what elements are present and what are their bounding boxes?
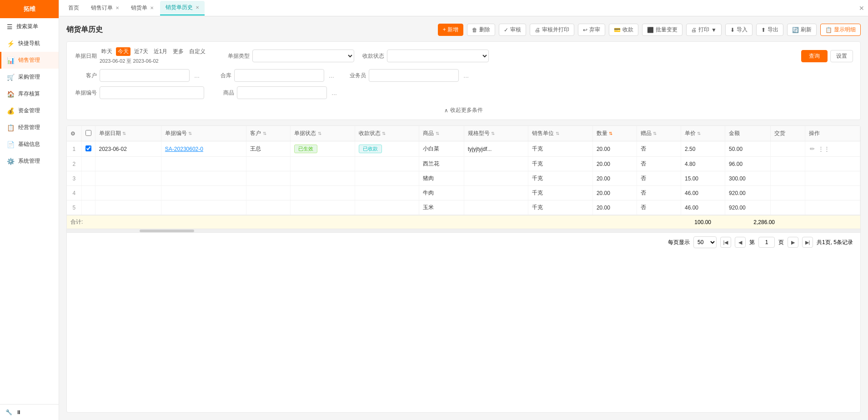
collect-status-select[interactable] [387, 50, 489, 62]
sidebar-item-search-menu[interactable]: ☰ 搜索菜单 [0, 18, 59, 35]
horizontal-scrollbar[interactable] [67, 229, 860, 232]
per-page-select[interactable]: 50 100 200 [693, 236, 717, 248]
tab-sales-history-close[interactable]: ✕ [196, 5, 199, 10]
doc-num-link[interactable]: SA-20230602-0 [165, 146, 203, 152]
delete-button[interactable]: 🗑 删除 [467, 24, 495, 36]
goods-more-btn[interactable]: ... [330, 89, 339, 96]
tab-sales-goods-close[interactable]: ✕ [150, 5, 154, 10]
cell-unit: 千克 [528, 186, 593, 200]
sort-goods-icon[interactable]: ⇅ [436, 131, 439, 136]
sales-rep-more-btn[interactable]: ... [462, 72, 471, 79]
tab-sales-goods[interactable]: 销货单 ✕ [125, 1, 159, 15]
select-all-checkbox[interactable] [85, 130, 91, 136]
sort-doc-num-icon[interactable]: ⇅ [188, 131, 192, 136]
tab-sales-order[interactable]: 销售订单 ✕ [85, 1, 125, 15]
sidebar-item-quick-nav[interactable]: ⚡ 快捷导航 [0, 35, 59, 52]
new-button[interactable]: + 新增 [438, 24, 463, 36]
first-page-button[interactable]: |◀ [720, 237, 731, 248]
show-detail-button[interactable]: 📋 显示明细 [820, 24, 861, 36]
sort-qty-icon[interactable]: ⇅ [609, 131, 612, 136]
abandon-button[interactable]: ↩ 弃审 [578, 24, 605, 36]
sort-customer-icon[interactable]: ⇅ [263, 131, 266, 136]
sidebar-item-ops-mgmt[interactable]: 📋 经营管理 [0, 119, 59, 136]
date-yesterday[interactable]: 昨天 [100, 47, 114, 56]
warehouse-more-btn[interactable]: ... [327, 72, 336, 79]
filter-row-1: 单据日期 昨天 今天 近7天 近1月 更多 自定义 2023-06-02 至 2… [74, 47, 853, 65]
collect-button[interactable]: 💳 收款 [609, 24, 638, 36]
date-7days[interactable]: 近7天 [132, 47, 150, 56]
next-page-button[interactable]: ▶ [788, 237, 798, 248]
date-1month[interactable]: 近1月 [152, 47, 170, 56]
table-row[interactable]: 5 玉米 千克 20.00 否 46.00 920.00 [67, 200, 860, 215]
sidebar-item-basic-info[interactable]: 📄 基础信息 [0, 136, 59, 153]
collect-status-badge: 已收款 [359, 145, 382, 153]
doc-status-badge: 已生效 [294, 145, 317, 153]
last-page-button[interactable]: ▶| [802, 237, 813, 248]
detail-icon: 📋 [825, 27, 832, 33]
prev-page-button[interactable]: ◀ [735, 237, 746, 248]
warehouse-input[interactable] [234, 69, 324, 82]
sort-spec-icon[interactable]: ⇅ [491, 131, 495, 136]
cell-row-num: 4 [67, 186, 81, 200]
batch-change-button[interactable]: ⬛ 批量变更 [642, 24, 682, 36]
sidebar-item-fund-mgmt[interactable]: 💰 资金管理 [0, 102, 59, 119]
cell-goods: 西兰花 [419, 157, 464, 171]
collect-status-label: 收款状态 [361, 52, 384, 60]
print-button[interactable]: 🖨 打印 ▼ [686, 24, 722, 36]
date-today[interactable]: 今天 [116, 47, 130, 56]
sort-collect-status-icon[interactable]: ⇅ [382, 131, 386, 136]
sidebar-item-sys-mgmt[interactable]: ⚙️ 系统管理 [0, 153, 59, 170]
page-num-input[interactable] [758, 237, 775, 248]
sort-doc-date-icon[interactable]: ⇅ [122, 131, 126, 136]
sales-rep-input[interactable] [369, 69, 459, 82]
table-row[interactable]: 3 猪肉 千克 20.00 否 15.00 300.00 [67, 171, 860, 186]
goods-input[interactable] [237, 86, 327, 99]
refresh-button[interactable]: 🔄 刷新 [787, 24, 817, 36]
tab-sales-history[interactable]: 销货单历史 ✕ [160, 1, 205, 15]
table-row[interactable]: 1 2023-06-02 SA-20230602-0 王总 已生效 已收款 小白… [67, 141, 860, 157]
row-checkbox[interactable] [85, 145, 91, 151]
doc-num-input[interactable] [100, 86, 204, 99]
audit-print-button[interactable]: 🖨 审核并打印 [530, 24, 574, 36]
settings-button[interactable]: 设置 [830, 50, 853, 62]
cell-doc-status: 已生效 [291, 141, 355, 157]
audit-button[interactable]: ✓ 审核 [499, 24, 526, 36]
sort-price-icon[interactable]: ⇅ [697, 131, 701, 136]
th-settings[interactable]: ⚙ [67, 126, 81, 141]
customer-input[interactable] [100, 69, 190, 82]
tab-sales-order-close[interactable]: ✕ [115, 5, 119, 10]
query-button[interactable]: 查询 [801, 50, 828, 62]
tab-home[interactable]: 首页 [63, 1, 85, 15]
more-action-icon[interactable]: ⋮⋮ [817, 145, 831, 153]
sidebar-item-inventory-calc[interactable]: 🏠 库存核算 [0, 85, 59, 102]
scrollbar-thumb[interactable] [140, 230, 194, 232]
user-icon: 🔧 [5, 409, 12, 415]
tab-bar-close-all[interactable]: ✕ [859, 5, 864, 12]
collect-icon: 💳 [614, 27, 621, 33]
date-custom[interactable]: 自定义 [187, 47, 207, 56]
collapse-button[interactable]: ∧ 收起更多条件 [74, 104, 853, 114]
date-shortcuts: 昨天 今天 近7天 近1月 更多 自定义 [100, 47, 207, 56]
sort-unit-icon[interactable]: ⇅ [556, 131, 559, 136]
th-price: 单价 ⇅ [681, 126, 725, 141]
delete-icon: 🗑 [472, 27, 477, 33]
cell-price: 4.80 [681, 157, 725, 171]
export-button[interactable]: ⬆ 导出 [756, 24, 783, 36]
sidebar-item-sales-mgmt[interactable]: 📊 销售管理 [0, 52, 59, 69]
sidebar-item-label: 库存核算 [18, 90, 40, 98]
sort-gift-icon[interactable]: ⇅ [653, 131, 657, 136]
customer-more-btn[interactable]: ... [192, 72, 201, 79]
cell-trade [770, 171, 805, 186]
cell-checkbox [81, 186, 95, 200]
table-row[interactable]: 2 西兰花 千克 20.00 否 4.80 96.00 [67, 157, 860, 171]
edit-action-icon[interactable]: ✏ [809, 145, 816, 153]
sort-doc-status-icon[interactable]: ⇅ [318, 131, 321, 136]
sidebar-item-purchase-mgmt[interactable]: 🛒 采购管理 [0, 69, 59, 85]
table-row[interactable]: 4 牛肉 千克 20.00 否 46.00 920.00 [67, 186, 860, 200]
sidebar-item-label: 销售管理 [18, 56, 40, 64]
doc-type-label: 单据类型 [227, 52, 250, 60]
pause-icon: ⏸ [16, 409, 21, 415]
doc-type-select[interactable] [252, 50, 354, 62]
date-more[interactable]: 更多 [171, 47, 186, 56]
import-button[interactable]: ⬇ 导入 [725, 24, 753, 36]
